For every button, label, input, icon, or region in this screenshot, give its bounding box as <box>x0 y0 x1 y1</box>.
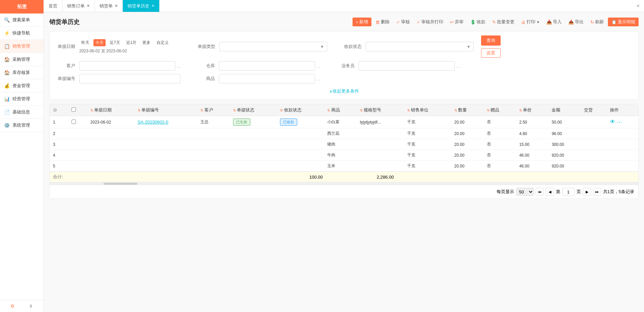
refresh-icon: ↻ <box>590 20 594 25</box>
col-spec[interactable]: ⇅ 规格型号 <box>357 104 404 116</box>
tab-close-all[interactable]: ✕ <box>632 3 644 8</box>
total-label: 共1页，5条记录 <box>603 189 634 195</box>
prev-page-btn[interactable]: ◀ <box>546 188 554 196</box>
customer-dots[interactable]: ... <box>177 63 180 69</box>
goods-input[interactable] <box>219 74 315 83</box>
cell-customer <box>197 161 229 172</box>
view-action[interactable]: 👁 <box>610 119 615 125</box>
abandon-button[interactable]: ↩ 弃审 <box>447 18 466 26</box>
delete-button[interactable]: 🗑 删除 <box>373 18 392 26</box>
scrollbar-thumb[interactable] <box>104 183 137 185</box>
cell-amount: 96.00 <box>548 128 580 139</box>
collapse-button[interactable]: ∧ 收起更多条件 <box>328 87 360 96</box>
tab-sales-order-close[interactable]: ✕ <box>87 4 90 8</box>
col-no[interactable]: ⇅ 单据编号 <box>134 104 197 116</box>
col-gift[interactable]: ⇅ 赠品 <box>483 104 516 116</box>
col-goods[interactable]: ⇅ 商品 <box>324 104 356 116</box>
tab-home[interactable]: 首页 <box>44 0 62 12</box>
cell-collect-status <box>277 128 324 139</box>
cell-row-no: 4 <box>50 150 68 161</box>
goods-dots[interactable]: ... <box>316 76 320 81</box>
collect-button[interactable]: 💲 收款 <box>468 18 488 26</box>
new-button[interactable]: + 新增 <box>353 18 372 26</box>
cell-qty: 20.00 <box>451 150 483 161</box>
warehouse-dots[interactable]: ... <box>316 63 320 69</box>
select-all-checkbox[interactable] <box>72 107 76 112</box>
cell-no <box>134 150 197 161</box>
shortcut-yesterday[interactable]: 昨天 <box>79 39 91 46</box>
col-qty[interactable]: ⇅ 数量 <box>451 104 483 116</box>
row-checkbox[interactable] <box>72 120 76 124</box>
cell-gift: 否 <box>483 116 516 128</box>
doc-no-input[interactable] <box>79 74 180 83</box>
shortcut-7days[interactable]: 近7天 <box>108 39 122 46</box>
print-button[interactable]: 🖨 打印 ▼ <box>519 18 542 26</box>
sales-person-input[interactable] <box>359 61 455 71</box>
sort-spec-icon: ⇅ <box>360 108 363 112</box>
sidebar-item-inventory[interactable]: 🏠 库存核算 <box>0 66 44 79</box>
delete-icon: 🗑 <box>375 20 380 25</box>
col-customer[interactable]: ⇅ 客户 <box>197 104 229 116</box>
refresh-button[interactable]: ↻ 刷新 <box>588 18 607 26</box>
cell-price: 46.00 <box>516 150 548 161</box>
cell-gift: 否 <box>483 150 516 161</box>
print-label: 打印 <box>527 19 535 25</box>
tab-sales-history[interactable]: 销货单历史 ✕ <box>123 0 160 12</box>
sort-qty-icon: ⇅ <box>454 108 457 112</box>
last-page-btn[interactable]: ⏭ <box>593 188 601 196</box>
page-label: 页 <box>577 189 581 195</box>
setting-button[interactable]: 设置 <box>481 48 501 58</box>
tab-sales-goods[interactable]: 销货单 ✕ <box>95 0 123 12</box>
show-details-button[interactable]: 📋 显示明细 <box>608 18 639 26</box>
audit-button[interactable]: ✓ 审核 <box>394 18 413 26</box>
doc-type-select[interactable]: ▼ <box>219 42 327 51</box>
audit-print-button[interactable]: ✓ 审核并打印 <box>414 18 446 26</box>
sidebar-item-search-menu[interactable]: 🔍 搜索菜单 <box>0 14 44 27</box>
sidebar-item-basic-info[interactable]: 📄 基础信息 <box>0 106 44 119</box>
first-page-btn[interactable]: ⏮ <box>536 188 544 196</box>
sidebar-item-operations[interactable]: 📊 经营管理 <box>0 93 44 106</box>
cell-actions <box>607 161 638 172</box>
shortcut-today[interactable]: 今天 <box>93 39 106 46</box>
table-settings-icon[interactable]: ⚙ <box>53 107 57 113</box>
doc-no-link[interactable]: SA-20230602-0 <box>138 120 168 125</box>
col-unit[interactable]: ⇅ 销售单位 <box>404 104 451 116</box>
edit-action[interactable]: ⋯ <box>617 119 622 125</box>
sidebar-item-sys-mgmt[interactable]: ⚙️ 系统管理 <box>0 119 44 132</box>
col-doc-status[interactable]: ⇅ 单据状态 <box>230 104 277 116</box>
cell-amount: 300.00 <box>548 139 580 150</box>
tab-sales-history-close[interactable]: ✕ <box>151 4 155 8</box>
sidebar-item-quick-nav[interactable]: ⚡ 快捷导航 <box>0 27 44 40</box>
query-button[interactable]: 查询 <box>481 35 501 46</box>
next-page-btn[interactable]: ▶ <box>583 188 591 196</box>
shortcut-1month[interactable]: 近1月 <box>124 39 139 46</box>
sort-goods-icon: ⇅ <box>327 108 330 112</box>
current-page-input[interactable]: 1 <box>562 188 575 196</box>
col-price[interactable]: ⇅ 单价 <box>516 104 548 116</box>
batch-change-button[interactable]: ✎ 批量变更 <box>489 18 517 26</box>
tab-sales-order[interactable]: 销售订单 ✕ <box>62 0 95 12</box>
sidebar-item-sales-mgmt[interactable]: 📋 销售管理 <box>0 40 44 53</box>
sidebar-footer-settings[interactable]: ⚙ <box>10 304 15 309</box>
per-page-select[interactable]: 50 100 200 <box>516 188 534 196</box>
sidebar-item-purchase-mgmt[interactable]: 🏠 采购管理 <box>0 53 44 66</box>
customer-input[interactable] <box>79 61 175 71</box>
col-date[interactable]: ⇅ 单据日期 <box>87 104 134 116</box>
pagination: 每页显示 50 100 200 ⏮ ◀ 第 1 页 ▶ ⏭ 共1页，5条记录 <box>50 185 638 199</box>
warehouse-input[interactable] <box>219 61 315 71</box>
main-area: 首页 销售订单 ✕ 销货单 ✕ 销货单历史 ✕ ✕ 销货单历史 + 新增 <box>44 0 644 312</box>
shortcut-more[interactable]: 更多 <box>140 39 152 46</box>
sort-price-icon: ⇅ <box>519 108 522 112</box>
col-collect-status[interactable]: ⇅ 收款状态 <box>277 104 324 116</box>
sidebar-footer-collapse[interactable]: ⏸ <box>29 304 33 309</box>
horizontal-scrollbar[interactable] <box>50 182 638 185</box>
shortcut-custom[interactable]: 自定义 <box>155 39 171 46</box>
tab-sales-goods-close[interactable]: ✕ <box>115 4 118 8</box>
sales-person-dots[interactable]: ... <box>456 63 460 69</box>
sidebar-item-finance[interactable]: 💰 资金管理 <box>0 79 44 93</box>
table-row: 2 西兰花 千克 20.00 否 4.80 96.00 <box>50 128 638 139</box>
export-button[interactable]: 📤 导出 <box>566 18 586 26</box>
cell-row-no: 3 <box>50 139 68 150</box>
collect-status-select[interactable]: ▼ <box>366 42 474 51</box>
import-button[interactable]: 📥 导入 <box>544 18 564 26</box>
